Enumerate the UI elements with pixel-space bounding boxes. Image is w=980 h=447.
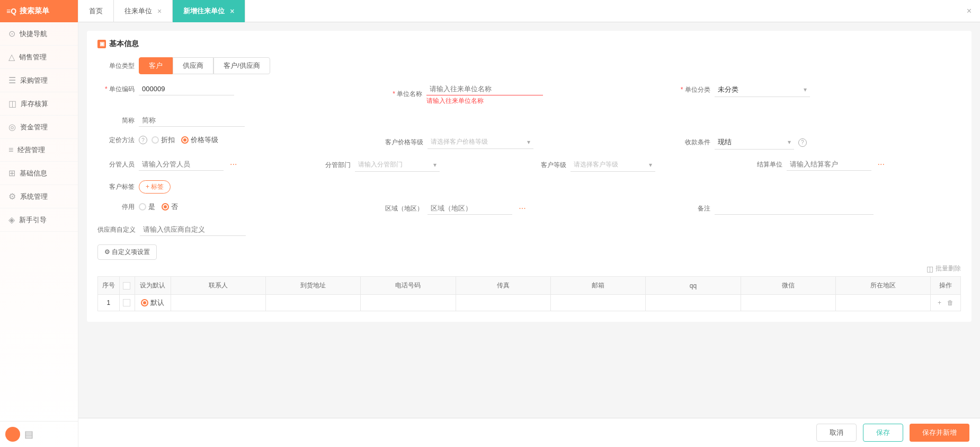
save-new-button[interactable]: 保存并新增 [910, 424, 969, 442]
row-address-input[interactable] [269, 299, 357, 306]
unit-type-field: 单位类型 客户 供应商 客户/供应商 [97, 57, 961, 74]
add-tag-btn[interactable]: + 标签 [139, 180, 171, 194]
disabled-yes-radio[interactable]: 是 [139, 202, 155, 212]
pricing-help-icon[interactable]: ? [139, 136, 147, 144]
row-wechat[interactable] [741, 295, 835, 311]
row-wechat-input[interactable] [744, 299, 832, 306]
sidebar-search[interactable]: ≡Q 搜索菜单 [0, 0, 78, 22]
region-label: 区域（地区） [385, 204, 423, 213]
tab-home[interactable]: 首页 [78, 0, 114, 22]
search-icon: ≡Q [6, 7, 16, 15]
settlement-dots-btn[interactable]: ··· [876, 160, 887, 169]
sidebar-item-new-guide[interactable]: ◈ 新手引导 [0, 208, 78, 232]
unit-name-label: 单位名称 [385, 90, 422, 99]
unit-type-row: 单位类型 客户 供应商 客户/供应商 [97, 57, 961, 74]
remarks-label: 备注 [673, 204, 710, 213]
col-region: 所在地区 [836, 277, 931, 295]
cancel-button[interactable]: 取消 [816, 424, 857, 442]
basic-info-card: ▣ 基本信息 单位类型 客户 供应商 客户/供应商 单位编码 [87, 31, 972, 322]
row-action: + 🗑 [931, 295, 961, 311]
short-name-input[interactable] [139, 114, 245, 127]
sidebar-item-basic-info[interactable]: ⊞ 基础信息 [0, 162, 78, 185]
disabled-no-radio[interactable]: 否 [162, 202, 178, 212]
row-phone[interactable] [361, 295, 456, 311]
row-default-label: 默认 [150, 298, 164, 308]
select-all-checkbox[interactable] [123, 282, 130, 290]
contacts-table: 序号 设为默认 联系人 到货地址 电话号码 传真 邮箱 qq 微信 所在地区 操… [97, 276, 961, 311]
unit-code-input[interactable] [139, 83, 234, 95]
form-area: ▣ 基本信息 单位类型 客户 供应商 客户/供应商 单位编码 [78, 22, 980, 418]
payment-terms-select[interactable]: 现结 ▾ [715, 135, 794, 150]
custom-settings-btn[interactable]: ⚙ 自定义项设置 [97, 244, 157, 260]
guide-icon: ◈ [8, 215, 15, 225]
row-contact-input[interactable] [174, 299, 262, 306]
row-contact[interactable] [171, 295, 265, 311]
dept-select[interactable]: 请输入分管部门 ▾ [355, 158, 440, 172]
row-region[interactable] [836, 295, 931, 311]
sidebar-item-label: 销售管理 [19, 52, 47, 62]
save-button[interactable]: 保存 [863, 424, 903, 442]
tab-new-partner-close[interactable]: × [230, 7, 234, 15]
sidebar-item-sys-mgmt[interactable]: ⚙ 系统管理 [0, 185, 78, 208]
sidebar-item-purchase-mgmt[interactable]: ☰ 采购管理 [0, 69, 78, 92]
user-avatar[interactable] [5, 427, 20, 442]
sidebar-item-label: 新手引导 [19, 215, 47, 225]
sidebar-item-quick-nav[interactable]: ⊙ 快捷导航 [0, 22, 78, 46]
customer-level-select[interactable]: 请选择客户等级 ▾ [571, 158, 655, 172]
row-email[interactable] [550, 295, 645, 311]
unit-type-supplier-btn[interactable]: 供应商 [173, 57, 213, 74]
sidebar-item-inventory[interactable]: ◫ 库存核算 [0, 92, 78, 116]
row-region-input[interactable] [839, 299, 927, 306]
disabled-no-label: 否 [171, 202, 178, 212]
unit-name-input[interactable] [426, 83, 543, 95]
manager-input[interactable] [139, 158, 224, 171]
unit-type-label: 单位类型 [97, 62, 135, 71]
tab-new-partner[interactable]: 新增往来单位 × [173, 0, 245, 22]
pricing-row: 定价方法 ? 折扣 价格等级 客户价格等级 [97, 135, 961, 150]
supplier-custom-input[interactable] [140, 223, 246, 236]
row-email-input[interactable] [554, 299, 642, 306]
payment-terms-help-icon[interactable]: ? [798, 138, 807, 147]
row-select-checkbox[interactable] [123, 299, 130, 306]
batch-delete-label[interactable]: 批量删除 [936, 264, 961, 273]
row-phone-input[interactable] [364, 299, 452, 306]
sidebar-item-sales-mgmt[interactable]: △ 销售管理 [0, 46, 78, 69]
tab-partners[interactable]: 往来单位 × [114, 0, 173, 22]
col-action: 操作 [931, 277, 961, 295]
remarks-input[interactable] [715, 202, 874, 215]
unit-name-error: 请输入往来单位名称 [426, 97, 543, 106]
manager-dots-btn[interactable]: ··· [228, 160, 239, 169]
row-address[interactable] [265, 295, 360, 311]
tags-label: 客户标签 [97, 182, 135, 191]
row-add-btn[interactable]: + [938, 299, 941, 306]
sidebar-item-fund-mgmt[interactable]: ◎ 资金管理 [0, 116, 78, 139]
customer-price-level-select[interactable]: 请选择客户价格等级 ▾ [427, 135, 533, 149]
menu-toggle-icon[interactable]: ▤ [24, 428, 33, 440]
unit-type-customer-btn[interactable]: 客户 [139, 57, 173, 74]
row-default: 默认 [135, 295, 171, 311]
close-all-tabs[interactable]: × [958, 6, 980, 16]
unit-type-both-btn[interactable]: 客户/供应商 [213, 57, 270, 74]
pricing-discount-radio[interactable]: 折扣 [152, 135, 175, 145]
row-qq-input[interactable] [649, 299, 737, 306]
settlement-unit-input[interactable] [787, 158, 871, 171]
disabled-field: 停用 是 否 [97, 202, 385, 212]
row-qq[interactable] [646, 295, 741, 311]
pricing-level-radio[interactable]: 价格等级 [181, 135, 218, 145]
batch-delete-icon: ◫ [926, 265, 933, 273]
region-input[interactable] [427, 202, 512, 215]
tags-row: 客户标签 + 标签 [97, 180, 961, 194]
sidebar-item-ops-mgmt[interactable]: ≡ 经营管理 [0, 139, 78, 162]
supplier-custom-label: 供应商自定义 [97, 225, 136, 234]
customer-level-label: 客户等级 [529, 161, 566, 170]
section-title: ▣ 基本信息 [97, 39, 961, 49]
row-fax[interactable] [456, 295, 550, 311]
row-fax-input[interactable] [459, 299, 547, 306]
region-field: 区域（地区） ··· [385, 202, 673, 215]
row-default-radio[interactable]: 默认 [138, 298, 167, 308]
short-name-label: 简称 [97, 116, 135, 125]
tab-partners-close[interactable]: × [157, 7, 162, 15]
row-delete-btn[interactable]: 🗑 [947, 299, 954, 306]
region-dots-btn[interactable]: ··· [516, 204, 528, 213]
unit-category-select[interactable]: 未分类 ▾ [715, 83, 810, 97]
